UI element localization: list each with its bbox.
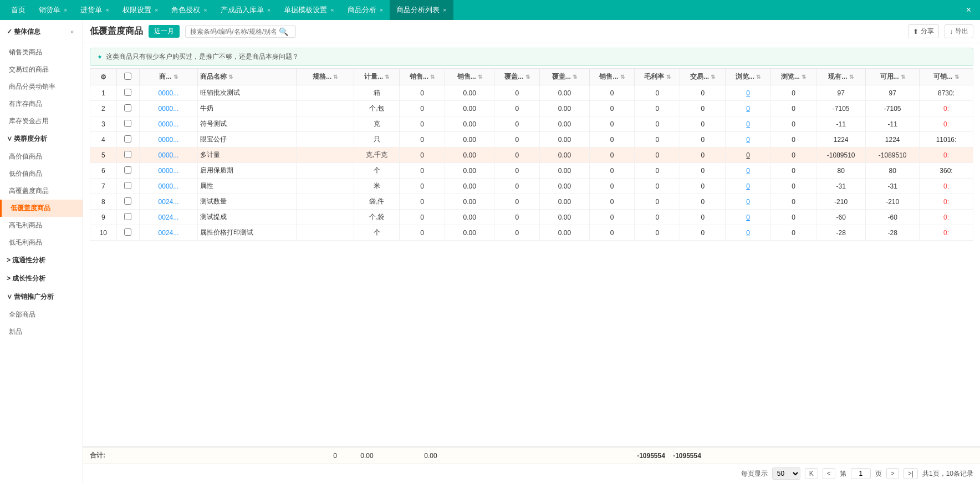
first-page-button[interactable]: K (805, 468, 818, 479)
sidebar-item-low-coverage[interactable]: 低覆盖度商品 (0, 200, 83, 217)
row-browse1[interactable]: 0 (726, 85, 771, 101)
row-checkbox[interactable] (116, 163, 140, 179)
row-checkbox[interactable] (116, 148, 140, 163)
row-txn: 0 (680, 148, 726, 163)
row-sale-days: 0 (589, 132, 635, 148)
nav-template-settings[interactable]: 单据模板设置 × (277, 0, 340, 20)
settings-icon[interactable]: ⚙ (100, 73, 106, 81)
share-icon: ⬆ (913, 28, 918, 35)
nav-sales-order[interactable]: 销货单 × (32, 0, 74, 20)
row-stock: 80 (816, 163, 865, 179)
collapse-icon[interactable]: « (68, 24, 76, 39)
close-icon[interactable]: × (203, 7, 207, 13)
sidebar-item-low-value[interactable]: 低价值商品 (0, 165, 83, 182)
sidebar-item-traded-goods[interactable]: 交易过的商品 (0, 61, 83, 78)
close-icon[interactable]: × (443, 7, 446, 13)
sidebar-section-marketing[interactable]: ∨ 营销推广分析 (0, 288, 83, 306)
nav-production-inbound[interactable]: 产成品入库单 × (214, 0, 277, 20)
close-icon[interactable]: × (64, 7, 67, 13)
share-button[interactable]: ⬆ 分享 (908, 24, 939, 38)
sidebar-item-in-stock[interactable]: 有库存商品 (0, 95, 83, 113)
sidebar-item-all-goods[interactable]: 全部商品 (0, 306, 83, 323)
sidebar-section-overview[interactable]: ✓ 整体信息 « (0, 20, 83, 44)
select-all-checkbox[interactable] (124, 73, 131, 80)
row-browse1[interactable]: 0 (726, 225, 771, 241)
search-icon[interactable]: 🔍 (279, 27, 288, 36)
time-filter-button[interactable]: 近一月 (149, 25, 180, 38)
row-txn: 0 (680, 194, 726, 210)
last-page-button[interactable]: >| (904, 468, 918, 479)
sidebar-section-coverage[interactable]: ∨ 类群度分析 (0, 130, 83, 148)
footer-avail: -1095554 (633, 452, 669, 460)
nav-permission[interactable]: 权限设置 × (116, 0, 165, 20)
row-browse1[interactable]: 0 (726, 132, 771, 148)
row-checkbox[interactable] (116, 132, 140, 148)
export-button[interactable]: ↓ 导出 (945, 24, 973, 38)
nav-purchase-order[interactable]: 进货单 × (74, 0, 115, 20)
per-page-select[interactable]: 50 20 100 (772, 467, 800, 480)
row-name: 牛奶 (197, 101, 297, 116)
row-sale-days: 0 (589, 225, 635, 241)
sidebar-item-new-goods[interactable]: 新品 (0, 323, 83, 340)
row-cov1: 0 (494, 85, 540, 101)
row-browse1[interactable]: 0 (726, 194, 771, 210)
th-checkbox[interactable] (116, 69, 140, 85)
row-browse1[interactable]: 0 (726, 179, 771, 194)
data-table-wrapper[interactable]: ⚙ 商... ⇅ 商品名称 ⇅ 规格... ⇅ 计量... ⇅ 销售... ⇅ … (83, 68, 980, 446)
prev-page-button[interactable]: < (823, 468, 835, 479)
sidebar-section-growth[interactable]: > 成长性分析 (0, 270, 83, 288)
row-checkbox[interactable] (116, 194, 140, 210)
row-num: 2 (90, 101, 117, 116)
row-browse1[interactable]: 0 (726, 163, 771, 179)
close-icon[interactable]: × (330, 7, 334, 13)
nav-home[interactable]: 首页 (4, 0, 32, 20)
row-name: 旺辅批次测试 (197, 85, 297, 101)
row-unit: 个,包 (354, 101, 400, 116)
nav-product-analysis-list[interactable]: 商品分析列表 × (390, 0, 453, 20)
row-checkbox[interactable] (116, 225, 140, 241)
close-icon[interactable]: × (155, 7, 158, 13)
nav-role-auth[interactable]: 角色授权 × (165, 0, 213, 20)
page-number-input[interactable] (851, 468, 871, 479)
row-sellable: 8730: (920, 85, 973, 101)
sidebar-item-category-rate[interactable]: 商品分类动销率 (0, 78, 83, 95)
th-coverage1: 覆盖... ⇅ (494, 69, 540, 85)
sidebar-item-high-coverage[interactable]: 高覆盖度商品 (0, 182, 83, 200)
sidebar-item-fund-usage[interactable]: 库存资金占用 (0, 113, 83, 130)
row-checkbox[interactable] (116, 210, 140, 225)
th-settings[interactable]: ⚙ (90, 69, 117, 85)
row-cov1: 0 (494, 148, 540, 163)
footer-sale-qty: 0 (320, 452, 350, 460)
sidebar-item-low-margin[interactable]: 低毛利商品 (0, 234, 83, 251)
next-page-button[interactable]: > (886, 468, 899, 479)
row-browse1[interactable]: 0 (726, 210, 771, 225)
row-browse2: 0 (771, 116, 816, 132)
row-avail: -28 (866, 225, 920, 241)
close-icon[interactable]: × (105, 7, 109, 13)
row-browse1[interactable]: 0 (726, 101, 771, 116)
row-checkbox[interactable] (116, 179, 140, 194)
close-icon[interactable]: × (267, 7, 270, 13)
footer-cov2: 0.00 (414, 452, 447, 460)
sidebar-section-flow[interactable]: > 流通性分析 (0, 251, 83, 270)
row-margin: 0 (635, 194, 680, 210)
row-browse1[interactable]: 0 (726, 148, 771, 163)
sidebar-item-sales-goods[interactable]: 销售类商品 (0, 44, 83, 61)
row-checkbox[interactable] (116, 101, 140, 116)
app-close-button[interactable]: × (962, 5, 976, 15)
sidebar-item-high-margin[interactable]: 高毛利商品 (0, 217, 83, 234)
sidebar-item-high-value[interactable]: 高价值商品 (0, 148, 83, 165)
row-browse1[interactable]: 0 (726, 116, 771, 132)
row-txn: 0 (680, 179, 726, 194)
close-icon[interactable]: × (380, 7, 383, 13)
nav-product-analysis[interactable]: 商品分析 × (341, 0, 390, 20)
row-num: 9 (90, 210, 117, 225)
row-sellable: 0: (920, 101, 973, 116)
row-checkbox[interactable] (116, 116, 140, 132)
row-txn: 0 (680, 163, 726, 179)
search-input[interactable] (190, 28, 279, 35)
row-spec (297, 148, 354, 163)
row-checkbox[interactable] (116, 85, 140, 101)
row-sale-amt: 0.00 (445, 148, 494, 163)
row-sale-qty: 0 (400, 179, 445, 194)
